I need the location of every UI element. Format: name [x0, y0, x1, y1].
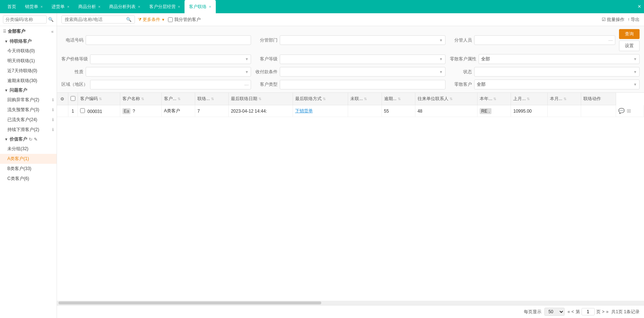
row-customer-type: A类客户: [161, 105, 195, 117]
sidebar: 🔍 ⠿ 全部客户 « ▼ 待联络客户 今天待联络(0) 明天待联络(1) 近7天…: [0, 13, 57, 318]
dept-select[interactable]: ▼: [280, 35, 445, 45]
nav-home[interactable]: 首页: [3, 0, 21, 13]
sort-code-icon[interactable]: ⇅: [99, 97, 102, 101]
sidebar-item-c-class[interactable]: C类客户(6): [0, 174, 57, 184]
close-purchase-icon[interactable]: ×: [67, 4, 69, 9]
status-select[interactable]: ▼: [474, 67, 640, 77]
payment-select[interactable]: ▼: [280, 67, 445, 77]
horizontal-scrollbar[interactable]: [57, 301, 644, 305]
adv-filters: 电话号码 分管部门 ▼ 分管人员 ··· 查询 设置: [57, 26, 644, 93]
row-contact-count: 7: [195, 105, 229, 117]
sort-person-icon[interactable]: ⇅: [450, 97, 452, 101]
sort-month-icon[interactable]: ⇅: [564, 97, 566, 101]
sort-contact-icon[interactable]: ⇅: [211, 97, 214, 101]
sort-type-icon[interactable]: ⇅: [178, 97, 180, 101]
global-close-icon[interactable]: ×: [638, 3, 641, 10]
sort-lastmonth-icon[interactable]: ⇅: [527, 97, 530, 101]
all-customers-header[interactable]: ⠿ 全部客户 «: [0, 26, 57, 37]
customer-type-input[interactable]: [280, 80, 445, 89]
close-customer-contact-icon[interactable]: ×: [209, 4, 211, 9]
nav-customer-contact[interactable]: 客户联络 ×: [185, 0, 215, 13]
sidebar-item-churned[interactable]: 已流失客户(24) ℹ: [0, 115, 57, 125]
page-number-input[interactable]: [582, 308, 595, 315]
filter-search-box: 🔍: [61, 15, 135, 24]
retail-customer-select[interactable]: 全部 ▼: [474, 80, 640, 89]
filter-more-btn[interactable]: ⧩ 更多条件 ▼: [138, 17, 165, 23]
group-pending-contact[interactable]: ▼ 待联络客户: [0, 37, 57, 46]
filter-row-customer-grade: 客户等级 ▼: [255, 54, 445, 64]
sidebar-item-declining[interactable]: 持续下滑客户(2) ℹ: [0, 125, 57, 135]
settings-button[interactable]: 设置: [619, 40, 640, 51]
my-customers-checkbox[interactable]: 我分管的客户: [168, 17, 201, 23]
col-gear[interactable]: ⚙: [57, 93, 68, 105]
close-product-list-icon[interactable]: ×: [138, 4, 140, 9]
filter-row-price-grade: 客户价格等级 ▼: [61, 54, 251, 64]
sort-method-icon[interactable]: ⇅: [323, 97, 326, 101]
manager-input[interactable]: ···: [474, 35, 615, 45]
edit-group-icon[interactable]: ✎: [34, 137, 37, 142]
price-grade-select[interactable]: ▼: [90, 54, 251, 64]
col-customer-type: 客户... ⇅: [161, 93, 195, 105]
total-info: 共1页 1条记录: [611, 309, 640, 315]
group-value-customers[interactable]: ▼ 价值客户 ↻ ✎: [0, 135, 57, 144]
row-checkbox[interactable]: [80, 108, 85, 113]
first-page-btn[interactable]: «: [568, 309, 570, 314]
close-customer-tier-icon[interactable]: ×: [178, 4, 180, 9]
sidebar-item-tomorrow[interactable]: 明天待联络(1): [0, 56, 57, 66]
page-size-select[interactable]: 50 100 200: [544, 308, 565, 316]
nav-purchase[interactable]: 进货单 ×: [47, 0, 74, 13]
sidebar-search-input[interactable]: [3, 15, 47, 24]
group-problem-customers[interactable]: ▼ 问题客户: [0, 86, 57, 95]
sort-name-icon[interactable]: ⇅: [141, 97, 144, 101]
nav-customer-tier[interactable]: 客户分层经营 ×: [145, 0, 185, 13]
sort-date-icon[interactable]: ⇅: [258, 97, 261, 101]
last-page-btn[interactable]: »: [606, 309, 609, 314]
customers-table: ⚙ 客户编码 ⇅ 客户名称: [57, 93, 644, 117]
sort-nocontact-icon[interactable]: ⇅: [364, 97, 367, 101]
select-all-checkbox[interactable]: [71, 96, 75, 101]
batch-ops-btn[interactable]: ☑ 批量操作: [602, 17, 625, 23]
gear-icon[interactable]: ⚙: [60, 96, 64, 102]
sidebar-item-7days[interactable]: 近7天待联络(0): [0, 66, 57, 76]
col-overdue: 逾期... ⇅: [382, 93, 415, 105]
row-last-method[interactable]: 下销货单: [293, 105, 348, 117]
row-name[interactable]: Ea ?: [120, 105, 161, 117]
nav-product-list[interactable]: 商品分析列表 ×: [105, 0, 144, 13]
query-button[interactable]: 查询: [619, 29, 640, 39]
export-btn[interactable]: ↑ 导出: [627, 17, 640, 23]
sidebar-item-today[interactable]: 今天待联络(0): [0, 46, 57, 56]
sidebar-item-b-class[interactable]: B类客户(33): [0, 164, 57, 174]
table-body: 1 000031 Ea ? A类客户: [57, 105, 644, 117]
sidebar-search-icon[interactable]: 🔍: [48, 17, 54, 22]
retail-attr-select[interactable]: 全部 ▼: [479, 54, 640, 64]
customer-grade-select[interactable]: ▼: [280, 54, 445, 64]
next-page-btn[interactable]: >: [602, 309, 605, 314]
scroll-thumb[interactable]: [58, 301, 321, 304]
close-product-analysis-icon[interactable]: ×: [98, 4, 100, 9]
phone-input[interactable]: [86, 35, 251, 45]
nav-sales[interactable]: 销货单 ×: [21, 0, 47, 13]
col-last-month: 上月... ⇅: [511, 93, 547, 105]
sort-overdue-icon[interactable]: ⇅: [398, 97, 401, 101]
close-sales-icon[interactable]: ×: [40, 4, 43, 9]
main-layout: 🔍 ⠿ 全部客户 « ▼ 待联络客户 今天待联络(0) 明天待联络(1) 近7天…: [0, 13, 644, 318]
col-last-date: 最后联络日期 ⇅: [229, 93, 293, 105]
sidebar-item-churn-warning[interactable]: 流失预警客户(3) ℹ: [0, 105, 57, 115]
sidebar-item-ungrouped[interactable]: 未分组(32): [0, 144, 57, 154]
sidebar-item-repurchase-abnormal[interactable]: 回购异常客户(2) ℹ: [0, 95, 57, 105]
sidebar-item-a-class[interactable]: A类客户(1): [0, 154, 57, 164]
prev-page-btn[interactable]: <: [572, 309, 574, 314]
filter-search-input[interactable]: [65, 17, 126, 22]
filter-search-icon[interactable]: 🔍: [126, 17, 132, 22]
col-checkbox[interactable]: [68, 93, 78, 105]
my-customers-check[interactable]: [168, 17, 173, 22]
qr-action-icon[interactable]: ⊞: [627, 108, 631, 114]
sidebar-item-overdue[interactable]: 逾期未联络(30): [0, 76, 57, 86]
chat-action-icon[interactable]: 💬: [618, 108, 625, 114]
refresh-icon[interactable]: ↻: [29, 137, 32, 142]
nature-select[interactable]: ▼: [86, 67, 251, 77]
region-input[interactable]: ···: [90, 80, 251, 89]
nav-product-analysis[interactable]: 商品分析 ×: [74, 0, 105, 13]
sort-year-icon[interactable]: ⇅: [493, 97, 496, 101]
collapse-icon[interactable]: «: [51, 29, 54, 34]
